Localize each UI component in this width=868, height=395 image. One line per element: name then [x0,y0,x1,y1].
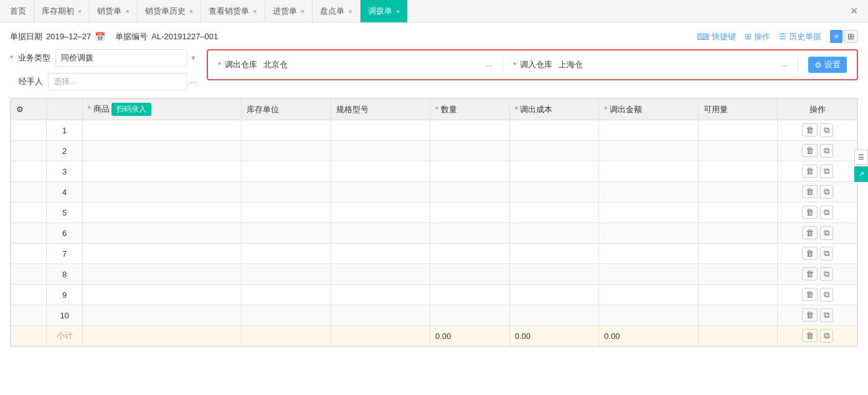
row-amount[interactable] [599,182,699,202]
row-qty[interactable] [430,244,510,264]
row-copy-btn[interactable]: ⧉ [820,329,833,343]
tab-home[interactable]: 首页 [2,0,34,22]
row-amount[interactable] [599,120,699,141]
row-qty[interactable] [430,223,510,244]
row-cost[interactable] [509,285,599,305]
row-qty[interactable] [430,182,510,202]
row-cost[interactable] [509,202,599,223]
row-delete-btn[interactable]: 🗑 [802,144,818,157]
settings-button[interactable]: ⚙ 设置 [808,57,847,73]
row-qty[interactable] [430,141,510,161]
tab-close-purchase[interactable]: × [301,7,304,15]
row-copy-btn[interactable]: ⧉ [820,247,833,260]
col-gear[interactable]: ⚙ [11,99,47,120]
biz-type-select[interactable]: 同价调拨 [55,49,187,67]
tab-close-view-sales[interactable]: × [253,7,257,15]
row-qty[interactable] [430,305,510,326]
view-btn-grid[interactable]: ⊞ [844,30,858,43]
tab-close-sales-history[interactable]: × [189,7,193,15]
row-amount[interactable] [599,264,699,285]
row-cost[interactable] [509,120,599,141]
row-cost[interactable] [509,244,599,264]
biz-type-dropdown-icon[interactable]: ▼ [190,54,197,62]
date-value[interactable]: 2019–12–27 [46,32,91,41]
row-copy-btn[interactable]: ⧉ [820,185,833,199]
row-qty[interactable] [430,285,510,305]
view-btn-list[interactable]: ≡ [830,30,842,43]
row-amount[interactable] [599,141,699,161]
row-product[interactable] [82,120,241,141]
row-amount[interactable] [599,223,699,244]
tab-stocktake[interactable]: 盘点单 × [313,0,360,22]
handler-more-btn[interactable]: ··· [190,77,197,87]
row-product[interactable] [82,264,241,285]
row-product[interactable] [82,305,241,326]
row-delete-btn[interactable]: 🗑 [802,267,818,280]
row-product[interactable] [82,223,241,244]
scan-input-btn[interactable]: 扫码录入 [111,103,151,116]
row-product[interactable] [82,141,241,161]
shortcut-btn[interactable]: ⌨ 快捷键 [697,31,736,42]
tab-close-transfer[interactable]: × [396,7,400,15]
row-delete-btn[interactable]: 🗑 [802,288,818,301]
row-copy-btn[interactable]: ⧉ [820,144,833,158]
row-cost[interactable] [509,223,599,244]
row-cost[interactable] [509,182,599,202]
in-wh-value[interactable]: 上海仓 [559,59,583,70]
row-amount[interactable] [599,161,699,182]
row-copy-btn[interactable]: ⧉ [820,288,833,302]
handler-input[interactable]: 选择... [48,73,187,90]
row-qty[interactable] [430,161,510,182]
row-product [82,326,241,346]
row-delete-btn[interactable]: 🗑 [802,123,818,136]
tab-sales-order[interactable]: 销货单 × [90,0,137,22]
float-export-btn[interactable]: ↗ [854,166,868,182]
out-wh-more-btn[interactable]: ··· [486,60,493,70]
row-product[interactable] [82,202,241,223]
row-unit [242,202,331,223]
tab-close-sales-order[interactable]: × [125,7,129,15]
float-list-btn[interactable]: ☰ [854,150,868,165]
row-cost[interactable] [509,264,599,285]
row-amount[interactable] [599,305,699,326]
row-delete-btn[interactable]: 🗑 [802,206,818,219]
row-copy-btn[interactable]: ⧉ [820,267,833,281]
out-wh-value[interactable]: 北京仓 [263,59,288,70]
row-qty[interactable] [430,264,510,285]
in-wh-more-btn[interactable]: ··· [781,60,788,70]
row-delete-btn[interactable]: 🗑 [802,247,818,260]
row-qty[interactable] [430,202,510,223]
ops-btn[interactable]: ⊞ 操作 [745,31,770,42]
row-delete-btn[interactable]: 🗑 [802,164,818,178]
row-copy-btn[interactable]: ⧉ [820,226,833,240]
tab-close-inventory-init[interactable]: × [78,7,82,15]
row-cost[interactable] [509,141,599,161]
history-btn[interactable]: ☰ 历史单据 [779,31,821,42]
row-product[interactable] [82,161,241,182]
calendar-icon[interactable]: 📅 [95,32,105,42]
tab-inventory-init[interactable]: 库存期初 × [34,0,90,22]
row-cost[interactable] [509,161,599,182]
row-amount[interactable] [599,244,699,264]
row-amount[interactable] [599,202,699,223]
row-amount[interactable] [599,285,699,305]
row-qty[interactable] [430,120,510,141]
row-delete-btn[interactable]: 🗑 [802,185,818,198]
row-delete-btn[interactable]: 🗑 [802,329,818,342]
row-copy-btn[interactable]: ⧉ [820,206,833,219]
row-cost[interactable] [509,305,599,326]
tab-sales-history[interactable]: 销货单历史 × [138,0,201,22]
tab-purchase[interactable]: 进货单 × [265,0,313,22]
tab-view-sales[interactable]: 查看销货单 × [201,0,265,22]
tab-transfer[interactable]: 调拨单 × [361,0,408,22]
row-copy-btn[interactable]: ⧉ [820,164,833,178]
row-delete-btn[interactable]: 🗑 [802,308,818,321]
row-copy-btn[interactable]: ⧉ [820,123,833,137]
row-delete-btn[interactable]: 🗑 [802,226,818,239]
row-copy-btn[interactable]: ⧉ [820,308,833,322]
row-product[interactable] [82,285,241,305]
tab-close-stocktake[interactable]: × [348,7,352,15]
row-product[interactable] [82,182,241,202]
row-product[interactable] [82,244,241,264]
window-close-button[interactable]: ✕ [842,5,866,17]
